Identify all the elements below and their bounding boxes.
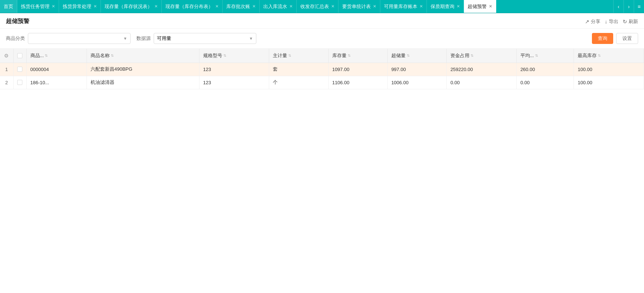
row-checkbox-cell bbox=[13, 63, 26, 76]
category-select[interactable]: ▼ bbox=[28, 33, 131, 44]
nav-task-mgmt-close[interactable]: ✕ bbox=[52, 4, 55, 9]
nav-order-stats-close[interactable]: ✕ bbox=[373, 4, 376, 9]
table-header-row: ⚙ 商品... ⇅ 商品 bbox=[0, 49, 644, 63]
nav-recvsend-close[interactable]: ✕ bbox=[331, 4, 334, 9]
nav-abnormal-close[interactable]: ✕ bbox=[94, 4, 97, 9]
table-row[interactable]: 2 186-10... 机油滤清器 123 个 1106.00 1006.00 … bbox=[0, 76, 644, 89]
datasource-select[interactable]: 可用量 ▼ bbox=[154, 33, 256, 44]
nav-available[interactable]: 可用量库存账本 ✕ bbox=[380, 0, 427, 13]
row-checkbox[interactable] bbox=[17, 80, 22, 85]
share-button[interactable]: ↗ 分享 bbox=[585, 18, 600, 25]
nav-stock-status[interactable]: 现存量（库存状况表） ✕ bbox=[101, 0, 162, 13]
nav-task-mgmt-label: 拣货任务管理 bbox=[21, 3, 50, 10]
filter-buttons: 查询 设置 bbox=[592, 33, 638, 44]
nav-recvsend-label: 收发存汇总表 bbox=[300, 3, 329, 10]
nav-expiry-label: 保质期查询 bbox=[431, 3, 454, 10]
header-checkbox[interactable] bbox=[17, 53, 22, 58]
nav-abnormal-label: 拣货异常处理 bbox=[63, 3, 91, 10]
row-stock-cell: 1097.00 bbox=[328, 63, 387, 76]
col-header-code: 商品... ⇅ bbox=[26, 49, 87, 63]
col-spec-label: 规格型号 bbox=[203, 52, 222, 59]
nav-available-label: 可用量库存账本 bbox=[384, 3, 417, 10]
nav-inout[interactable]: 出入库流水 ✕ bbox=[260, 0, 297, 13]
export-icon: ↓ bbox=[605, 19, 607, 25]
row-overstock-cell: 997.00 bbox=[387, 63, 446, 76]
col-code-label: 商品... bbox=[30, 52, 44, 59]
nav-stock-dist[interactable]: 现存量（库存分布表） ✕ bbox=[162, 0, 223, 13]
category-dropdown-icon: ▼ bbox=[123, 36, 127, 41]
table-settings-icon[interactable]: ⚙ bbox=[4, 53, 9, 59]
datasource-label: 数据源 bbox=[136, 35, 151, 42]
nav-expiry[interactable]: 保质期查询 ✕ bbox=[427, 0, 464, 13]
settings-button[interactable]: 设置 bbox=[616, 33, 638, 44]
col-avg-sort-icon[interactable]: ⇅ bbox=[535, 54, 538, 58]
nav-overstock-close[interactable]: ✕ bbox=[489, 4, 492, 9]
col-stock-label: 库存量 bbox=[332, 52, 347, 59]
row-avg-cell: 0.00 bbox=[516, 76, 574, 89]
nav-recvsend[interactable]: 收发存汇总表 ✕ bbox=[297, 0, 339, 13]
refresh-button[interactable]: ↻ 刷新 bbox=[623, 18, 638, 25]
col-header-name: 商品名称 ⇅ bbox=[87, 49, 199, 63]
col-overstock-sort-icon[interactable]: ⇅ bbox=[407, 54, 410, 58]
row-spec-cell: 123 bbox=[199, 76, 269, 89]
nav-stock-status-close[interactable]: ✕ bbox=[154, 4, 158, 9]
col-unit-sort-icon[interactable]: ⇅ bbox=[288, 54, 291, 58]
nav-more-btn[interactable]: ≡ bbox=[634, 0, 644, 13]
datasource-filter-group: 数据源 可用量 ▼ bbox=[136, 33, 256, 44]
col-header-capital: 资金占用 ⇅ bbox=[447, 49, 517, 63]
table-row[interactable]: 1 0000004 六配套新昌490BPG 123 套 1097.00 997.… bbox=[0, 63, 644, 76]
page-header: 超储预警 ↗ 分享 ↓ 导出 ↻ 刷新 bbox=[0, 13, 644, 29]
nav-expiry-close[interactable]: ✕ bbox=[457, 4, 460, 9]
row-unit-cell: 套 bbox=[269, 63, 328, 76]
row-code-cell: 186-10... bbox=[26, 76, 87, 89]
share-icon: ↗ bbox=[585, 19, 589, 25]
row-avg-cell: 260.00 bbox=[516, 63, 574, 76]
refresh-icon: ↻ bbox=[623, 19, 627, 25]
col-stock-sort-icon[interactable]: ⇅ bbox=[348, 54, 351, 58]
row-stock-cell: 1106.00 bbox=[328, 76, 387, 89]
nav-inout-label: 出入库流水 bbox=[263, 3, 287, 10]
nav-abnormal[interactable]: 拣货异常处理 ✕ bbox=[59, 0, 101, 13]
nav-batch-label: 库存批次账 bbox=[226, 3, 250, 10]
col-code-sort-icon[interactable]: ⇅ bbox=[45, 54, 48, 58]
nav-batch-close[interactable]: ✕ bbox=[252, 4, 256, 9]
top-navigation: 首页 拣货任务管理 ✕ 拣货异常处理 ✕ 现存量（库存状况表） ✕ 现存量（库存… bbox=[0, 0, 644, 13]
row-checkbox-cell bbox=[13, 76, 26, 89]
col-capital-label: 资金占用 bbox=[450, 52, 469, 59]
export-button[interactable]: ↓ 导出 bbox=[605, 18, 618, 25]
nav-task-mgmt[interactable]: 拣货任务管理 ✕ bbox=[17, 0, 59, 13]
nav-stock-dist-close[interactable]: ✕ bbox=[215, 4, 219, 9]
row-checkbox[interactable] bbox=[17, 67, 22, 72]
nav-home[interactable]: 首页 bbox=[0, 0, 17, 13]
col-header-avg: 平均... ⇅ bbox=[516, 49, 574, 63]
col-max-stock-sort-icon[interactable]: ⇅ bbox=[598, 54, 601, 58]
col-header-settings: ⚙ bbox=[0, 49, 13, 63]
nav-next-btn[interactable]: › bbox=[623, 0, 634, 13]
header-actions: ↗ 分享 ↓ 导出 ↻ 刷新 bbox=[585, 18, 638, 25]
nav-order-stats[interactable]: 要货单统计表 ✕ bbox=[339, 0, 380, 13]
col-header-checkbox bbox=[13, 49, 26, 63]
page-title: 超储预警 bbox=[6, 18, 29, 25]
nav-available-close[interactable]: ✕ bbox=[420, 4, 423, 9]
nav-stock-dist-label: 现存量（库存分布表） bbox=[165, 3, 213, 10]
nav-overstock[interactable]: 超储预警 ✕ bbox=[464, 0, 496, 13]
col-spec-sort-icon[interactable]: ⇅ bbox=[223, 54, 226, 58]
row-capital-cell: 0.00 bbox=[447, 76, 517, 89]
query-button[interactable]: 查询 bbox=[592, 33, 613, 44]
datasource-dropdown-icon: ▼ bbox=[249, 36, 253, 41]
row-code-cell: 0000004 bbox=[26, 63, 87, 76]
col-avg-label: 平均... bbox=[520, 52, 534, 59]
table-container: ⚙ 商品... ⇅ 商品 bbox=[0, 49, 644, 89]
row-name-cell: 六配套新昌490BPG bbox=[87, 63, 199, 76]
row-max-stock-cell: 100.00 bbox=[574, 63, 644, 76]
nav-inout-close[interactable]: ✕ bbox=[289, 4, 293, 9]
col-max-stock-label: 最高库存 bbox=[578, 52, 597, 59]
export-label: 导出 bbox=[609, 18, 618, 25]
col-name-sort-icon[interactable]: ⇅ bbox=[111, 54, 114, 58]
nav-prev-btn[interactable]: ‹ bbox=[613, 0, 623, 13]
col-overstock-label: 超储量 bbox=[391, 52, 406, 59]
col-unit-label: 主计量 bbox=[273, 52, 287, 59]
col-capital-sort-icon[interactable]: ⇅ bbox=[471, 54, 473, 58]
nav-batch[interactable]: 库存批次账 ✕ bbox=[223, 0, 260, 13]
row-capital-cell: 259220.00 bbox=[447, 63, 517, 76]
